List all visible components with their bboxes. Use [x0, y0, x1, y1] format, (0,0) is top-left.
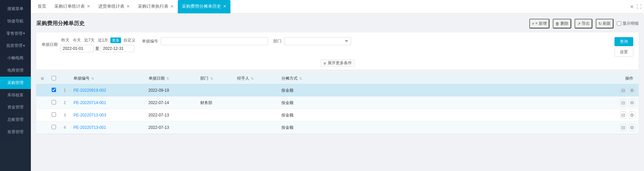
query-button[interactable]: 查询	[614, 37, 633, 46]
edit-icon-0[interactable]: ⚙	[629, 87, 635, 94]
sidebar-item-retail[interactable]: 零售管理▾	[0, 27, 31, 40]
sidebar-item-search[interactable]: 搜索菜单	[0, 3, 31, 15]
view-icon-0[interactable]: ⊟	[620, 87, 626, 94]
refresh-button[interactable]: ↻ 刷新	[596, 19, 613, 28]
col-checkbox	[48, 73, 59, 84]
sidebar-item-invoice[interactable]: 发票管理	[0, 126, 31, 138]
view-icon-1[interactable]: ⊟	[620, 99, 626, 106]
tab-bar: 首页采购订单统计表✕进货单统计表✕采购订单执行表✕采购费用分摊单历史✕ ✕ ⛶	[31, 0, 644, 13]
show-columns-checkbox[interactable]	[617, 21, 621, 26]
bill-no-link-1[interactable]: PE-20220714-001	[73, 100, 106, 105]
tab-home[interactable]: 首页	[34, 0, 50, 13]
dept-select[interactable]: 财务部	[284, 37, 351, 45]
edit-icon-2[interactable]: ⚙	[629, 111, 635, 119]
more-shortcut[interactable]: 更多	[110, 37, 121, 43]
row-checkbox-cell-3	[48, 121, 59, 134]
sort-icon-bill-no[interactable]: ⇅	[91, 77, 94, 80]
col-bill-date: 单据日期 ⇅	[145, 73, 197, 84]
row-checkbox-3[interactable]	[52, 125, 56, 129]
last7days-shortcut[interactable]: 近7天	[83, 37, 96, 44]
col-num	[59, 73, 70, 84]
row-bill-no-3: PE-20220713-001	[70, 121, 145, 134]
edit-icon-3[interactable]: ⚙	[629, 124, 635, 131]
sidebar-item-ledger[interactable]: 总账管理	[0, 113, 31, 126]
delete-button[interactable]: 🗑 删除	[553, 19, 571, 28]
expand-button[interactable]: ∨ 展开更多条件	[320, 59, 355, 67]
chevron-down-icon: ▾	[23, 31, 25, 36]
tab-close-inbound-stats[interactable]: ✕	[126, 4, 130, 8]
settings-icon[interactable]: ⚙	[41, 76, 44, 81]
col-split-method: 分摊方式 ⇅	[278, 73, 597, 84]
tab-close-purchase-order-exec[interactable]: ✕	[170, 4, 174, 8]
tab-label-purchase-order-stats: 采购订单统计表	[54, 3, 85, 9]
sidebar: 搜索菜单快捷导航零售管理▾批发管理▾小畅电商电商管理采购管理库存核算资金管理总账…	[0, 0, 31, 171]
row-handler-1	[234, 97, 278, 109]
table-row: 3 PE-20220713-003 2022-07-13 按金额 ⊟ ⚙	[36, 109, 639, 121]
sort-icon-split-method[interactable]: ⇅	[299, 77, 302, 80]
row-checkbox-2[interactable]	[52, 112, 56, 117]
tab-purchase-order-stats[interactable]: 采购订单统计表✕	[50, 0, 94, 13]
row-checkbox-0[interactable]	[52, 88, 56, 92]
tab-label-purchase-order-exec: 采购订单执行表	[138, 3, 168, 9]
table-header: ⚙ 单据编号 ⇅ 单据日期 ⇅	[36, 73, 639, 84]
sidebar-item-mini-ecom[interactable]: 小畅电商	[0, 52, 31, 64]
tab-purchase-fee-history[interactable]: 采购费用分摊单历史✕	[178, 0, 230, 13]
row-checkbox-cell-1	[48, 97, 59, 109]
view-icon-2[interactable]: ⊟	[620, 111, 626, 119]
add-button[interactable]: + + 新增	[529, 19, 549, 28]
row-checkbox-1[interactable]	[52, 100, 56, 104]
sort-icon-handler[interactable]: ⇅	[251, 77, 254, 80]
tab-inbound-stats[interactable]: 进货单统计表✕	[94, 0, 134, 13]
show-columns-toggle[interactable]: 显示明细	[617, 21, 639, 26]
custom-shortcut[interactable]: 自定义	[122, 37, 137, 44]
bill-no-link-0[interactable]: PE-20220919-002	[73, 88, 106, 93]
sort-icon-dept[interactable]: ⇅	[210, 77, 213, 80]
row-handler-3	[234, 121, 278, 134]
tab-close-purchase-fee-history[interactable]: ✕	[223, 4, 226, 8]
date-to-input[interactable]	[101, 45, 134, 52]
bill-no-link-3[interactable]: PE-20220713-001	[73, 125, 106, 130]
date-from-input[interactable]	[60, 45, 94, 52]
yesterday-shortcut[interactable]: 昨天	[60, 37, 70, 44]
row-dept-1: 财务部	[197, 97, 233, 109]
data-table-container: ⚙ 单据编号 ⇅ 单据日期 ⇅	[36, 73, 639, 134]
tab-close-purchase-order-stats[interactable]: ✕	[87, 4, 90, 8]
settings-button[interactable]: 设置	[614, 48, 633, 57]
tab-purchase-order-exec[interactable]: 采购订单执行表✕	[134, 0, 178, 13]
expand-window-icon[interactable]: ⛶	[637, 4, 641, 9]
row-bill-date-3: 2022-07-13	[145, 121, 197, 134]
sidebar-item-inventory[interactable]: 库存核算	[0, 89, 31, 101]
today-shortcut[interactable]: 今天	[72, 37, 82, 44]
export-icon: ↗	[577, 21, 581, 26]
row-operation-1: ⊟ ⚙	[597, 97, 639, 109]
edit-icon-1[interactable]: ⚙	[629, 99, 635, 106]
bill-no-input[interactable]	[161, 37, 268, 45]
bill-no-search-field: 单据编号	[142, 37, 268, 45]
row-bill-date-2: 2022-07-13	[145, 109, 197, 121]
sort-icon-bill-date[interactable]: ⇅	[166, 77, 169, 80]
search-actions: 查询 设置	[614, 37, 633, 57]
refresh-icon: ↻	[598, 21, 602, 26]
row-operation-2: ⊟ ⚙	[597, 109, 639, 121]
close-window-icon[interactable]: ✕	[630, 4, 634, 9]
view-icon-3[interactable]: ⊟	[620, 124, 626, 131]
sidebar-item-finance[interactable]: 资金管理	[0, 101, 31, 113]
row-handler-2	[234, 109, 278, 121]
export-button[interactable]: ↗ 导出	[575, 19, 592, 28]
row-split-method-2: 按金额	[278, 109, 597, 121]
col-bill-no: 单据编号 ⇅	[70, 73, 145, 84]
sidebar-item-purchase[interactable]: 采购管理	[0, 77, 31, 89]
col-dept: 部门 ⇅	[197, 73, 233, 84]
row-bill-no-0: PE-20220919-002	[70, 84, 145, 97]
sidebar-item-quick-nav[interactable]: 快捷导航	[0, 15, 31, 27]
sidebar-item-ecom[interactable]: 电商管理	[0, 64, 31, 77]
search-bar: 单据日期 昨天 今天 近7天 近1月 更多 自定义 至	[36, 32, 639, 70]
row-handler-0	[234, 84, 278, 97]
table-row: 4 PE-20220713-001 2022-07-13 按金额 ⊟ ⚙	[36, 121, 639, 134]
last1month-shortcut[interactable]: 近1月	[97, 37, 109, 44]
bill-no-link-2[interactable]: PE-20220713-003	[73, 113, 106, 117]
sidebar-item-wholesale[interactable]: 批发管理▾	[0, 39, 31, 52]
add-icon: +	[532, 21, 534, 26]
table-body: 1 PE-20220919-002 2022-09-19 按金额 ⊟ ⚙ 2 P…	[36, 84, 639, 134]
select-all-checkbox[interactable]	[52, 76, 56, 80]
